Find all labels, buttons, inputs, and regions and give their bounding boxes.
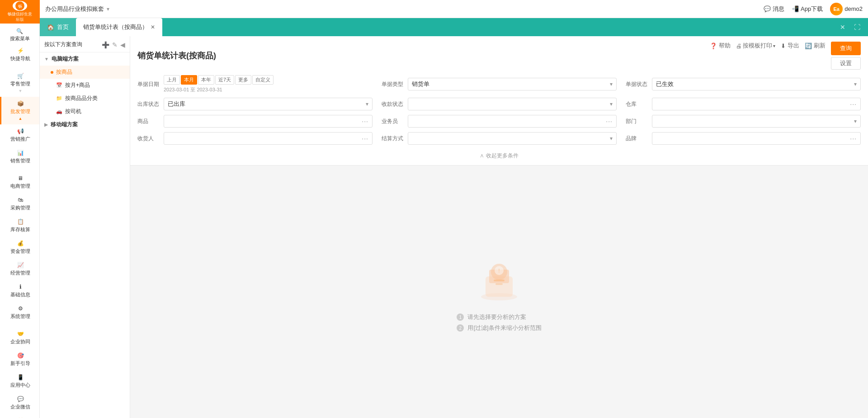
sales-label: 销售管理 bbox=[10, 157, 30, 164]
app-download-button[interactable]: 📲 App下载 bbox=[792, 5, 823, 13]
purchase-icon: 🛍 bbox=[18, 197, 23, 203]
tab-report[interactable]: 销货单统计表（按商品） ✕ bbox=[76, 18, 162, 36]
message-button[interactable]: 💬 消息 bbox=[764, 5, 784, 13]
empty-tips: 1 请先选择要分析的方案 2 用[过滤]条件来缩小分析范围 bbox=[457, 313, 541, 332]
warehouse-dots-icon: ··· bbox=[850, 100, 857, 108]
sales-icon: 📊 bbox=[17, 150, 24, 156]
sidebar-item-guide[interactable]: 🎯 新手引导 bbox=[0, 349, 39, 370]
export-label: 导出 bbox=[788, 42, 799, 50]
sidebar-item-marketing[interactable]: 📢 营销推广 bbox=[0, 124, 39, 146]
avatar-initials: Ea bbox=[834, 6, 840, 12]
tree-item-driver[interactable]: 🚗 按司机 bbox=[40, 105, 130, 118]
svg-text:畅: 畅 bbox=[18, 4, 22, 9]
sidebar-item-quicknav[interactable]: ⚡ 快捷导航 bbox=[0, 44, 39, 66]
dept-select[interactable]: ▾ bbox=[652, 115, 861, 128]
warehouse-input[interactable]: ··· bbox=[652, 98, 861, 110]
date-btn-custom[interactable]: 自定义 bbox=[252, 75, 274, 85]
outstatus-select[interactable]: 已出库 ▾ bbox=[164, 98, 373, 110]
system-label: 系统管理 bbox=[10, 313, 30, 320]
tree-item-goods-category[interactable]: 📁 按商品品分类 bbox=[40, 92, 130, 105]
month-goods-icon: 📅 bbox=[56, 82, 62, 88]
app-logo: 畅 畅捷信好生意 标版 bbox=[0, 0, 40, 24]
sidebar-item-appstore[interactable]: 📱 应用中心 bbox=[0, 370, 39, 392]
payment-label: 结算方式 bbox=[382, 135, 404, 142]
sidebar-search[interactable]: 🔍 搜索菜单 bbox=[0, 24, 39, 44]
wholesale-label: 批发管理 bbox=[10, 108, 30, 115]
help-button[interactable]: ❓ 帮助 bbox=[710, 42, 731, 50]
active-dot-icon bbox=[51, 71, 53, 74]
goods-category-label: 按商品品分类 bbox=[65, 95, 98, 102]
pc-group-label: 电脑端方案 bbox=[52, 55, 79, 63]
tree-item-by-goods[interactable]: 按商品 bbox=[40, 66, 130, 79]
sidebar-item-retail[interactable]: 🛒 零售管理 ▼ bbox=[0, 69, 39, 97]
help-icon: ❓ bbox=[710, 43, 717, 49]
query-button[interactable]: 查询 bbox=[831, 42, 861, 55]
settings-button[interactable]: 设置 bbox=[831, 57, 861, 70]
user-menu[interactable]: Ea demo2 bbox=[830, 3, 863, 15]
collapse-label: 收起更多条件 bbox=[486, 152, 519, 159]
sidebar-item-wechat[interactable]: 💬 企业微信 bbox=[0, 392, 39, 414]
sidebar-item-ecommerce[interactable]: 🖥 电商管理 bbox=[0, 171, 39, 193]
goods-input[interactable]: ··· bbox=[164, 115, 373, 128]
docstatus-select[interactable]: 已生效 ▾ bbox=[652, 78, 861, 90]
doctype-select[interactable]: 销货单 ▾ bbox=[408, 78, 617, 90]
page-title: 销货单统计表(按商品) bbox=[137, 50, 216, 61]
tip-num-1: 1 bbox=[457, 314, 464, 321]
search-icon: 🔍 bbox=[16, 28, 23, 34]
edit-scheme-button[interactable]: ✎ bbox=[112, 41, 118, 48]
topbar-actions: 💬 消息 📲 App下载 Ea demo2 bbox=[764, 3, 863, 15]
sidebar-item-basics[interactable]: ℹ 基础信息 bbox=[0, 280, 39, 302]
tab-maximize-button[interactable]: ⛶ bbox=[852, 22, 863, 33]
filter-date-field: 单据日期 上月 本月 本年 近7天 更多 自定义 2023-03-01 至 20… bbox=[137, 75, 373, 93]
receiver-input[interactable]: ··· bbox=[164, 132, 373, 145]
filter-collectstatus-field: 收款状态 ▾ bbox=[382, 98, 617, 110]
sidebar-item-finance[interactable]: 💰 资金管理 bbox=[0, 237, 39, 258]
filter-section: 销货单统计表(按商品) ❓ 帮助 🖨 按模板打印 ▾ bbox=[130, 36, 868, 166]
date-btn-lastmonth[interactable]: 上月 bbox=[164, 75, 180, 85]
tab-minimize-button[interactable]: ✕ bbox=[837, 22, 848, 33]
quicknav-icon: ⚡ bbox=[17, 48, 24, 54]
sidebar-item-operations[interactable]: 📈 经营管理 bbox=[0, 258, 39, 280]
sidebar-item-inventory[interactable]: 📋 库存核算 bbox=[0, 215, 39, 237]
quicknav-label: 快捷导航 bbox=[10, 55, 30, 62]
collectstatus-select[interactable]: ▾ bbox=[408, 98, 617, 110]
docstatus-value: 已生效 bbox=[656, 80, 674, 88]
payment-select[interactable]: ▾ bbox=[408, 132, 617, 145]
print-button[interactable]: 🖨 按模板打印 ▾ bbox=[736, 42, 775, 50]
operations-label: 经营管理 bbox=[10, 270, 30, 276]
staff-input[interactable]: ··· bbox=[408, 115, 617, 128]
finance-icon: 💰 bbox=[17, 240, 24, 247]
sidebar-item-member[interactable]: 👑 畅会员 bbox=[0, 414, 39, 418]
receiver-dots-icon: ··· bbox=[362, 135, 368, 142]
refresh-button[interactable]: 🔄 刷新 bbox=[805, 42, 826, 50]
sidebar-item-purchase[interactable]: 🛍 采购管理 bbox=[0, 193, 39, 215]
brand-label: 品牌 bbox=[626, 135, 648, 142]
tree-item-month-goods[interactable]: 📅 按月+商品 bbox=[40, 79, 130, 92]
sidebar-item-system[interactable]: ⚙ 系统管理 bbox=[0, 302, 39, 323]
message-label: 消息 bbox=[773, 5, 784, 13]
date-btn-7days[interactable]: 近7天 bbox=[215, 75, 234, 85]
collapse-more-button[interactable]: ∧ 收起更多条件 bbox=[137, 149, 861, 160]
add-scheme-button[interactable]: ➕ bbox=[102, 41, 109, 48]
sidebar-item-enterprise[interactable]: 🤝 企业协同 bbox=[0, 327, 39, 349]
tree-group-pc[interactable]: ▼ 电脑端方案 bbox=[40, 52, 130, 66]
tab-home-icon: 🏠 bbox=[47, 24, 54, 31]
tree-group-mobile[interactable]: ▶ 移动端方案 bbox=[40, 118, 130, 131]
sidebar-item-wholesale[interactable]: 📦 批发管理 ▲ bbox=[0, 97, 39, 124]
tab-home[interactable]: 🏠 首页 bbox=[40, 18, 76, 36]
print-label: 按模板打印 bbox=[743, 42, 772, 50]
date-btn-more[interactable]: 更多 bbox=[235, 75, 251, 85]
date-btn-thismonth[interactable]: 本月 bbox=[181, 75, 197, 85]
filter-receiver-field: 收货人 ··· bbox=[137, 132, 373, 145]
guide-label: 新手引导 bbox=[10, 360, 30, 367]
left-panel: 按以下方案查询 ➕ ✎ ◀ ▼ 电脑端方案 按商品 📅 按月+商品 bbox=[40, 36, 130, 418]
brand-input[interactable]: ··· bbox=[652, 132, 861, 145]
page-actions: ❓ 帮助 🖨 按模板打印 ▾ ⬇ 导出 bbox=[710, 42, 861, 70]
tab-close-icon[interactable]: ✕ bbox=[151, 24, 155, 30]
export-button[interactable]: ⬇ 导出 bbox=[781, 42, 799, 50]
doctype-value: 销货单 bbox=[412, 80, 429, 88]
date-btn-thisyear[interactable]: 本年 bbox=[198, 75, 214, 85]
sidebar-item-sales[interactable]: 📊 销售管理 bbox=[0, 146, 39, 168]
collapse-panel-button[interactable]: ◀ bbox=[120, 41, 125, 48]
topbar: 办公用品行业模拟账套 ▾ 💬 消息 📲 App下载 Ea demo2 bbox=[40, 0, 868, 18]
